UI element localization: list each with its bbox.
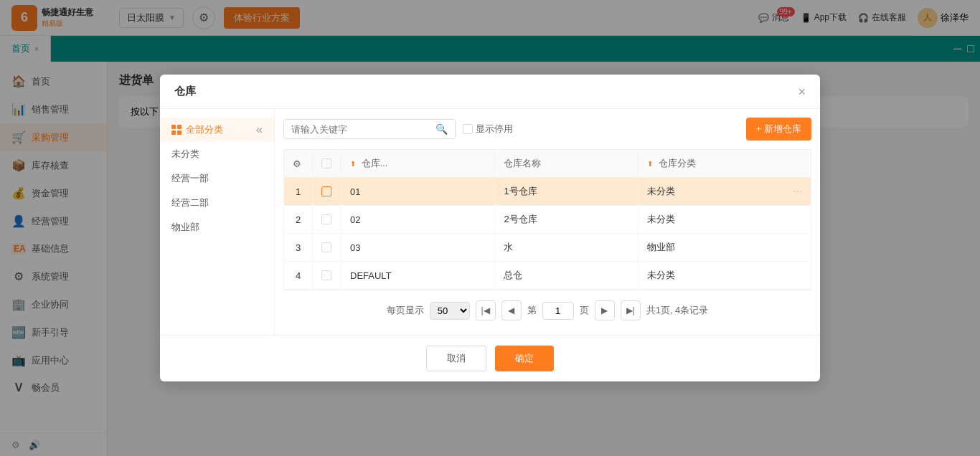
category-item-dept2[interactable]: 经营二部 (160, 191, 274, 215)
row-category: 未分类 (639, 206, 811, 234)
modal-title: 仓库 (174, 85, 196, 98)
row-num: 2 (284, 206, 313, 234)
row-code: 03 (341, 234, 495, 262)
warehouse-table: ⚙ ⬆ 仓库... 仓库名称 (283, 149, 811, 290)
row-checkbox-cell (313, 178, 341, 206)
show-disabled-checkbox[interactable] (463, 124, 473, 134)
row-name: 总仓 (495, 262, 639, 290)
col-name: 仓库名称 (495, 150, 639, 178)
per-page-select[interactable]: 50 100 (430, 302, 470, 320)
table-row[interactable]: 1 01 1号仓库 未分类··· (284, 178, 811, 206)
table-row[interactable]: 2 02 2号仓库 未分类 (284, 206, 811, 234)
row-name: 1号仓库 (495, 178, 639, 206)
confirm-button[interactable]: 确定 (495, 346, 554, 371)
row-category: 未分类 (639, 262, 811, 290)
next-page-button[interactable]: ▶ (595, 300, 615, 320)
row-num: 4 (284, 262, 313, 290)
row-checkbox-cell (313, 262, 341, 290)
modal-footer: 取消 确定 (160, 335, 820, 381)
row-category: 未分类··· (639, 178, 811, 206)
row-category: 物业部 (639, 234, 811, 262)
row-action-icon[interactable]: ··· (793, 185, 802, 198)
category-panel: 全部分类 « 未分类 经营一部 经营二部 物业部 (160, 109, 275, 335)
col-code[interactable]: ⬆ 仓库... (341, 150, 495, 178)
table-row[interactable]: 4 DEFAULT 总仓 未分类 (284, 262, 811, 290)
select-all-checkbox[interactable] (321, 158, 331, 168)
row-code: DEFAULT (341, 262, 495, 290)
row-code: 01 (341, 178, 495, 206)
row-name: 2号仓库 (495, 206, 639, 234)
category-item-dept1[interactable]: 经营一部 (160, 166, 274, 191)
row-name: 水 (495, 234, 639, 262)
table-row[interactable]: 3 03 水 物业部 (284, 234, 811, 262)
sort-category-icon: ⬆ (647, 160, 653, 168)
modal-overlay: 仓库 × 全部分类 « 未分类 经营一部 经营二部 物业部 (0, 0, 980, 456)
search-input[interactable] (291, 124, 431, 135)
col-checkbox (313, 150, 341, 178)
grid-icon (171, 125, 182, 135)
warehouse-modal: 仓库 × 全部分类 « 未分类 经营一部 经营二部 物业部 (160, 75, 820, 381)
cancel-button[interactable]: 取消 (426, 346, 486, 371)
row-checkbox-cell (313, 234, 341, 262)
modal-body: 全部分类 « 未分类 经营一部 经营二部 物业部 🔍 (160, 109, 820, 335)
sort-code-icon: ⬆ (350, 160, 356, 168)
search-box: 🔍 (283, 119, 456, 139)
modal-header: 仓库 × (160, 75, 820, 109)
page-input[interactable] (542, 302, 574, 320)
category-item-unclassified[interactable]: 未分类 (160, 142, 274, 166)
pagination-bar: 每页显示 50 100 |◀ ◀ 第 页 ▶ ▶| 共1页, 4条记录 (283, 290, 811, 326)
row-num: 1 (284, 178, 313, 206)
category-all-item[interactable]: 全部分类 « (160, 118, 274, 142)
first-page-button[interactable]: |◀ (476, 300, 496, 320)
show-disabled-label[interactable]: 显示停用 (463, 123, 513, 136)
modal-close-button[interactable]: × (798, 85, 806, 98)
category-item-property[interactable]: 物业部 (160, 215, 274, 239)
table-panel: 🔍 显示停用 + 新增仓库 ⚙ (275, 109, 820, 335)
row-checkbox[interactable] (321, 214, 331, 224)
col-category[interactable]: ⬆ 仓库分类 (639, 150, 811, 178)
collapse-button[interactable]: « (256, 123, 263, 136)
last-page-button[interactable]: ▶| (621, 300, 641, 320)
row-code: 02 (341, 206, 495, 234)
table-toolbar: 🔍 显示停用 + 新增仓库 (283, 118, 811, 141)
prev-page-button[interactable]: ◀ (501, 300, 522, 320)
row-checkbox-cell (313, 206, 341, 234)
row-checkbox[interactable] (321, 270, 331, 280)
search-icon[interactable]: 🔍 (435, 123, 448, 135)
add-warehouse-button[interactable]: + 新增仓库 (746, 118, 811, 141)
row-num: 3 (284, 234, 313, 262)
col-settings[interactable]: ⚙ (284, 150, 313, 178)
row-checkbox[interactable] (321, 186, 331, 196)
row-checkbox[interactable] (321, 242, 331, 252)
